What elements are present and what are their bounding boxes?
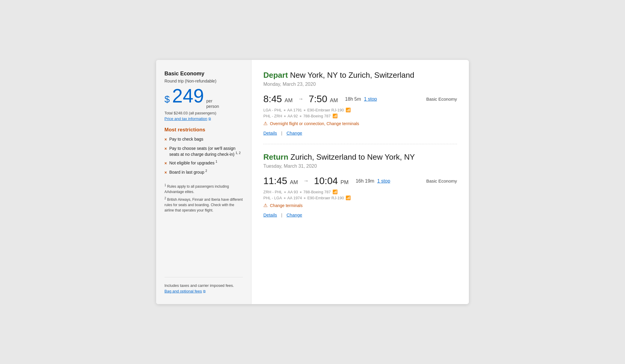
x-icon: × [164,161,167,167]
return-leg1-details: ZRH - PHL ■ AA 93 ■ 788-Boeing 787 📶 [263,189,457,194]
price-label: per person [206,98,219,109]
wifi-icon-4: 📶 [346,195,351,200]
depart-section: Depart New York, NY to Zurich, Switzerla… [263,71,457,136]
trip-type: Round trip (Non-refundable) [164,79,243,83]
bag-fees-link[interactable]: Bag and optional fees ⧉ [164,289,243,293]
restrictions-heading: Most restrictions [164,127,243,133]
list-item: × Board in last group 2 [164,169,243,176]
wifi-icon-3: 📶 [332,189,338,194]
return-duration: 16h 19m [356,178,374,184]
return-depart-time: 11:45 AM [263,175,298,186]
x-icon: × [164,170,167,176]
price-symbol: $ [164,94,170,105]
footnotes: 1 Rules apply to all passengers includin… [164,184,243,215]
depart-leg2-details: PHL - ZRH ■ AA 92 ■ 788-Boeing 787 📶 [263,113,457,118]
arrive-time: 7:50 AM [309,94,338,105]
return-arrive-time: 10:04 PM [314,175,349,186]
depart-details-link[interactable]: Details [263,130,277,136]
depart-warning: ⚠ Overnight flight or connection, Change… [263,121,457,126]
return-date: Tuesday, March 31, 2020 [263,164,457,169]
price-amount: 249 [172,86,204,105]
depart-fare-class: Basic Economy [426,97,457,102]
return-stop-link[interactable]: 1 stop [377,178,390,184]
return-details-link[interactable]: Details [263,212,277,217]
x-icon: × [164,137,167,143]
total-price: Total $248.03 (all passengers) [164,111,243,115]
depart-route-heading: Depart New York, NY to Zurich, Switzerla… [263,71,457,80]
price-tax-link[interactable]: Price and tax information ⧉ [164,116,243,121]
wifi-icon-2: 📶 [332,113,338,118]
depart-duration-stop: 18h 5m 1 stop [345,97,377,102]
return-route-text: Zurich, Switzerland to New York, NY [290,153,415,161]
return-section: Return Zurich, Switzerland to New York, … [263,144,457,217]
external-link-icon-2: ⧉ [203,289,206,293]
depart-time: 8:45 AM [263,94,293,105]
bottom-section: Includes taxes and carrier imposed fees.… [164,277,243,293]
warning-icon-2: ⚠ [263,203,268,208]
list-item: × Not eligible for upgrades 1 [164,160,243,167]
return-label: Return [263,153,288,161]
depart-label: Depart [263,71,288,80]
fare-type: Basic Economy [164,71,243,77]
x-icon: × [164,146,167,152]
depart-change-link[interactable]: Change [287,130,302,136]
right-panel: Depart New York, NY to Zurich, Switzerla… [251,60,469,304]
return-change-link[interactable]: Change [287,212,302,217]
return-action-row: Details | Change [263,212,457,217]
list-item: × Pay to choose seats (or we'll assign s… [164,146,243,157]
return-times-row: 11:45 AM → 10:04 PM 16h 19m 1 stop Basic… [263,175,457,186]
left-panel: Basic Economy Round trip (Non-refundable… [156,60,251,304]
return-warning: ⚠ Change terminals [263,203,457,208]
warning-icon: ⚠ [263,121,268,126]
return-duration-stop: 16h 19m 1 stop [356,178,390,184]
depart-leg1-details: LGA - PHL ■ AA 1791 ■ E90-Embraer RJ-190… [263,108,457,112]
return-fare-class: Basic Economy [426,178,457,183]
arrow-icon-2: → [303,178,309,184]
includes-text: Includes taxes and carrier imposed fees. [164,283,243,288]
depart-route-text: New York, NY to Zurich, Switzerland [290,71,414,80]
list-item: × Pay to check bags [164,136,243,143]
depart-times-row: 8:45 AM → 7:50 AM 18h 5m 1 stop Basic Ec… [263,94,457,105]
restriction-list: × Pay to check bags × Pay to choose seat… [164,136,243,178]
price-row: $ 249 per person [164,86,243,109]
main-card: Basic Economy Round trip (Non-refundable… [156,60,469,304]
depart-stop-link[interactable]: 1 stop [364,97,377,102]
depart-date: Monday, March 23, 2020 [263,82,457,87]
external-link-icon: ⧉ [209,117,211,121]
wifi-icon: 📶 [346,108,351,112]
return-leg2-details: PHL - LGA ■ AA 1974 ■ E90-Embraer RJ-190… [263,195,457,200]
return-route-heading: Return Zurich, Switzerland to New York, … [263,153,457,162]
depart-action-row: Details | Change [263,130,457,136]
depart-duration: 18h 5m [345,97,361,102]
arrow-icon: → [298,96,303,102]
